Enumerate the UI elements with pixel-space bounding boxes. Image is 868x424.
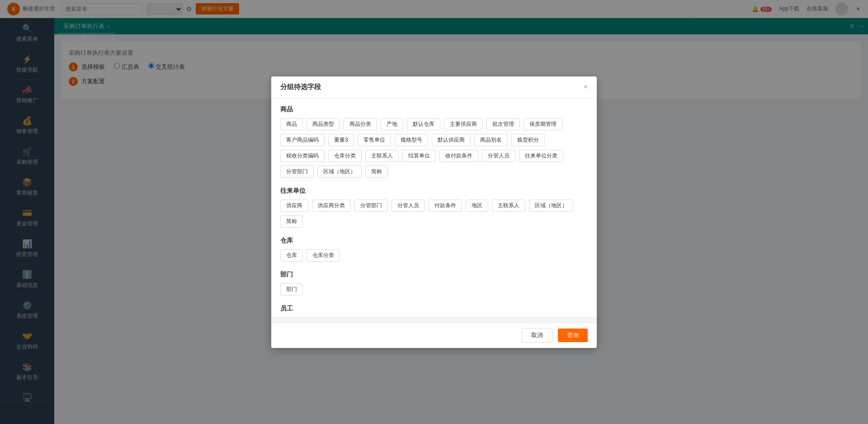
field-tag-0-1[interactable]: 商品类型 <box>307 118 340 130</box>
field-select-modal: 分组待选字段 × 商品商品商品类型商品分类产地默认仓库主要供应商批次管理保质期管… <box>271 76 597 348</box>
field-group-title-4: 员工 <box>280 305 588 313</box>
field-tag-0-10[interactable]: 零售单位 <box>358 134 391 146</box>
field-tag-0-12[interactable]: 默认供应商 <box>432 134 471 146</box>
field-tag-2-0[interactable]: 仓库 <box>280 249 303 262</box>
field-tag-0-15[interactable]: 税收分类编码 <box>280 150 325 162</box>
field-tag-0-0[interactable]: 商品 <box>280 118 303 130</box>
modal-header: 分组待选字段 × <box>271 76 597 98</box>
field-tag-0-23[interactable]: 区域（地区） <box>317 166 362 178</box>
field-tag-0-2[interactable]: 商品分类 <box>344 118 377 130</box>
field-group-0: 商品商品商品类型商品分类产地默认仓库主要供应商批次管理保质期管理客户商品编码重量… <box>280 105 588 178</box>
field-tag-1-8[interactable]: 简称 <box>280 215 303 228</box>
modal-horizontal-scrollbar[interactable] <box>271 317 597 323</box>
field-tag-0-6[interactable]: 批次管理 <box>486 118 520 130</box>
field-tag-0-18[interactable]: 结算单位 <box>402 150 436 162</box>
field-tags-1: 供应商供应商分类分管部门分管人员付款条件地区主联系人区域（地区）简称 <box>280 200 588 228</box>
field-group-3: 部门部门 <box>280 271 588 295</box>
field-tag-1-6[interactable]: 主联系人 <box>492 200 525 212</box>
modal-close-btn[interactable]: × <box>584 83 588 91</box>
confirm-button[interactable]: 查询 <box>558 329 588 342</box>
field-tag-0-7[interactable]: 保质期管理 <box>524 118 562 130</box>
modal-footer: 取消 查询 <box>271 323 597 348</box>
modal-title: 分组待选字段 <box>280 83 321 91</box>
field-tags-0: 商品商品类型商品分类产地默认仓库主要供应商批次管理保质期管理客户商品编码重量3零… <box>280 118 588 178</box>
field-tag-1-5[interactable]: 地区 <box>466 200 488 212</box>
field-tag-0-5[interactable]: 主要供应商 <box>444 118 483 130</box>
field-tag-1-2[interactable]: 分管部门 <box>354 200 388 212</box>
field-tag-0-17[interactable]: 主联系人 <box>365 150 399 162</box>
field-tag-0-3[interactable]: 产地 <box>381 118 403 130</box>
field-tag-0-11[interactable]: 规格型号 <box>395 134 428 146</box>
field-tag-0-13[interactable]: 商品别名 <box>474 134 508 146</box>
field-tag-0-22[interactable]: 分管部门 <box>280 166 314 178</box>
field-tag-0-16[interactable]: 仓库分类 <box>328 150 362 162</box>
field-tag-0-8[interactable]: 客户商品编码 <box>280 134 325 146</box>
field-group-title-2: 仓库 <box>280 237 588 245</box>
modal-body[interactable]: 商品商品商品类型商品分类产地默认仓库主要供应商批次管理保质期管理客户商品编码重量… <box>271 98 597 317</box>
field-tag-0-9[interactable]: 重量3 <box>328 134 354 146</box>
field-tags-3: 部门 <box>280 283 588 295</box>
field-group-title-0: 商品 <box>280 105 588 114</box>
field-tag-2-1[interactable]: 仓库分类 <box>307 249 340 262</box>
field-tag-1-3[interactable]: 分管人员 <box>392 200 425 212</box>
field-group-2: 仓库仓库仓库分类 <box>280 237 588 262</box>
field-group-title-3: 部门 <box>280 271 588 279</box>
field-tag-3-0[interactable]: 部门 <box>280 283 303 295</box>
field-tag-0-20[interactable]: 分管人员 <box>482 150 515 162</box>
field-tag-1-4[interactable]: 付款条件 <box>429 200 462 212</box>
field-tag-1-0[interactable]: 供应商 <box>280 200 308 212</box>
field-group-title-1: 往来单位 <box>280 187 588 195</box>
field-group-4: 员工业务员 <box>280 305 588 317</box>
modal-overlay[interactable]: 分组待选字段 × 商品商品商品类型商品分类产地默认仓库主要供应商批次管理保质期管… <box>0 0 868 424</box>
field-tags-2: 仓库仓库分类 <box>280 249 588 262</box>
field-tag-0-14[interactable]: 炼货积分 <box>511 134 545 146</box>
field-tag-0-19[interactable]: 收付款条件 <box>439 150 478 162</box>
field-tag-0-24[interactable]: 简称 <box>365 166 388 178</box>
cancel-button[interactable]: 取消 <box>522 328 552 343</box>
field-tag-1-7[interactable]: 区域（地区） <box>529 200 573 212</box>
field-tag-1-1[interactable]: 供应商分类 <box>312 200 351 212</box>
field-tag-0-4[interactable]: 默认仓库 <box>407 118 440 130</box>
field-tag-0-21[interactable]: 往来单位分类 <box>519 150 563 162</box>
field-group-1: 往来单位供应商供应商分类分管部门分管人员付款条件地区主联系人区域（地区）简称 <box>280 187 588 228</box>
